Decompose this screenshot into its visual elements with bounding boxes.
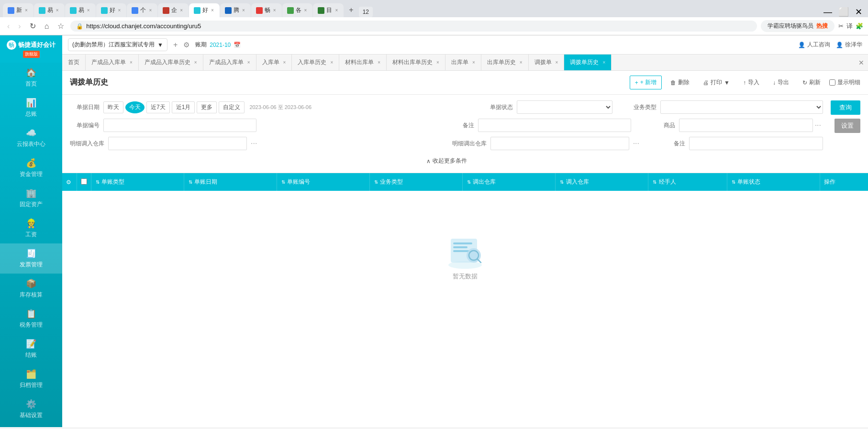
extension-icon[interactable]: 🧩 [856, 22, 863, 30]
out-wh-input[interactable] [490, 137, 629, 150]
sidebar-item-settle[interactable]: 📝 结账 [0, 334, 62, 364]
refresh-button[interactable]: ↻ 刷新 [798, 76, 825, 89]
status-filter-select[interactable] [517, 100, 612, 114]
biz-type-filter-select[interactable] [660, 100, 823, 114]
tab-close-10[interactable]: × [303, 8, 308, 13]
sidebar-item-guide[interactable]: 📖 新手引导 [0, 424, 62, 427]
browser-tab-10[interactable]: 各 × [282, 3, 313, 17]
select-all-checkbox[interactable] [81, 178, 87, 185]
page-tab-close-3[interactable]: × [247, 60, 250, 65]
delete-button[interactable]: 🗑 删除 [666, 76, 694, 89]
sidebar-item-invoice[interactable]: 🧾 发票管理 [0, 243, 62, 274]
date-btn-7days[interactable]: 近7天 [146, 101, 170, 113]
page-tab-8[interactable]: 出库单 × [445, 55, 481, 70]
settings-toolbar-icon[interactable]: ⚙ [183, 41, 189, 49]
note2-filter-input[interactable] [689, 137, 823, 150]
sidebar-item-payroll[interactable]: 👷 工资 [0, 213, 62, 243]
page-tab-close-11[interactable]: × [602, 60, 605, 65]
th-gear[interactable]: ⚙ [62, 173, 77, 191]
service-link[interactable]: 👤 人工咨询 [798, 41, 830, 49]
page-tab-close-8[interactable]: × [472, 60, 475, 65]
maximize-button[interactable]: ⬜ [835, 7, 852, 17]
url-box[interactable]: 🔒 https://cloud.chanjet.com/accounting/u… [70, 21, 757, 32]
goods-filter-input[interactable] [679, 119, 813, 132]
browser-tab-1[interactable]: 新 × [3, 3, 33, 17]
browser-tab-2[interactable]: 易 × [34, 3, 65, 17]
date-btn-more[interactable]: 更多 [197, 101, 217, 113]
tab-close-7[interactable]: × [210, 8, 215, 13]
refresh-nav-button[interactable]: ↻ [27, 21, 38, 32]
sidebar-logo[interactable]: 畅 畅捷通好会计 旗舰版 [0, 35, 62, 63]
in-wh-input[interactable] [108, 137, 247, 150]
sidebar-item-archive[interactable]: 🗂️ 归档管理 [0, 364, 62, 394]
page-tab-close-4[interactable]: × [283, 60, 286, 65]
date-btn-1month[interactable]: 近1月 [172, 101, 195, 113]
bookmark-button[interactable]: ☆ [55, 21, 67, 32]
sidebar-item-asset[interactable]: 🏢 固定资产 [0, 183, 62, 213]
note-filter-input[interactable] [478, 119, 631, 132]
th-status[interactable]: ⇅ 单账状态 [727, 173, 820, 191]
voucher-no-input[interactable] [103, 119, 256, 132]
collapse-button[interactable]: ∧ 收起更多条件 [426, 155, 467, 167]
date-btn-custom[interactable]: 自定义 [219, 101, 245, 113]
forward-button[interactable]: › [16, 21, 23, 32]
sidebar-item-inventory[interactable]: 📦 库存核算 [0, 274, 62, 304]
sidebar-item-tax[interactable]: 📋 税务管理 [0, 304, 62, 334]
sidebar-item-home[interactable]: 🏠 首页 [0, 63, 62, 93]
goods-more-button[interactable]: ··· [813, 121, 823, 130]
new-button[interactable]: + + 新增 [630, 76, 662, 89]
th-checkbox[interactable] [77, 173, 91, 191]
add-company-button[interactable]: + [173, 41, 178, 49]
page-tab-2[interactable]: 产成品入库单历史 × [139, 55, 203, 70]
browser-tab-6[interactable]: 企 × [158, 3, 189, 17]
scissors-icon[interactable]: ✂ [838, 22, 844, 30]
th-no[interactable]: ⇅ 单账编号 [277, 173, 369, 191]
search-hint[interactable]: 学霸应聘场驱鸟员 热搜 [761, 20, 835, 32]
sidebar-item-fund[interactable]: 💰 资金管理 [0, 153, 62, 183]
period-value[interactable]: 2021-10 [210, 42, 231, 48]
page-tab-close-6[interactable]: × [378, 60, 380, 65]
tab-close-11[interactable]: × [334, 8, 339, 13]
back-button[interactable]: ‹ [5, 21, 12, 32]
page-tab-home[interactable]: 首页 [62, 55, 86, 70]
th-type[interactable]: ⇅ 单账类型 [91, 173, 184, 191]
display-toggle[interactable]: 显示明细 [829, 78, 860, 87]
page-tab-close-1[interactable]: × [130, 60, 133, 65]
page-tab-close-2[interactable]: × [194, 60, 197, 65]
out-wh-more-button[interactable]: ··· [631, 139, 641, 148]
page-tab-close-10[interactable]: × [556, 60, 558, 65]
company-selector[interactable]: (勿删勿禁用）江西服宝测试专用 ▼ [68, 38, 167, 51]
page-tab-9[interactable]: 出库单历史 × [481, 55, 529, 70]
query-button[interactable]: 查询 [831, 100, 860, 115]
tab-close-3[interactable]: × [86, 8, 91, 13]
page-tab-close-9[interactable]: × [520, 60, 523, 65]
minimize-button[interactable]: — [821, 7, 835, 17]
tab-close-9[interactable]: × [272, 8, 277, 13]
tab-close-1[interactable]: × [24, 8, 29, 13]
tab-close-6[interactable]: × [179, 8, 184, 13]
date-btn-today[interactable]: 今天 [125, 101, 145, 113]
close-button[interactable]: ✕ [852, 7, 865, 17]
page-tab-close-7[interactable]: × [436, 60, 439, 65]
sidebar-item-report[interactable]: ☁️ 云报表中心 [0, 123, 62, 153]
tab-add-button[interactable]: + [344, 3, 358, 17]
print-button[interactable]: 🖨 打印 ▼ [698, 76, 734, 89]
page-tab-6[interactable]: 材料出库单 × [339, 55, 387, 70]
browser-tab-11[interactable]: 目 × [313, 3, 344, 17]
page-tab-4[interactable]: 入库单 × [256, 55, 292, 70]
th-out-wh[interactable]: ⇅ 调出仓库 [463, 173, 556, 191]
page-tab-3[interactable]: 产成品入库单 × [203, 55, 256, 70]
in-wh-more-button[interactable]: ··· [249, 139, 259, 148]
home-nav-button[interactable]: ⌂ [42, 21, 52, 32]
calendar-icon[interactable]: 📅 [234, 42, 241, 48]
page-tab-close-5[interactable]: × [330, 60, 333, 65]
page-tab-11[interactable]: 调拨单历史 × [564, 55, 612, 70]
user-info[interactable]: 👤 徐泽华 [836, 41, 862, 49]
browser-tab-5[interactable]: 个 × [127, 3, 157, 17]
sidebar-item-ledger[interactable]: 📊 总账 [0, 93, 62, 123]
page-tab-10[interactable]: 调拨单 × [529, 55, 565, 70]
close-all-tabs-button[interactable]: ✕ [855, 59, 868, 66]
page-tab-7[interactable]: 材料出库单历史 × [387, 55, 445, 70]
tab-close-8[interactable]: × [241, 8, 246, 13]
browser-tab-7[interactable]: 好 × [189, 3, 220, 17]
